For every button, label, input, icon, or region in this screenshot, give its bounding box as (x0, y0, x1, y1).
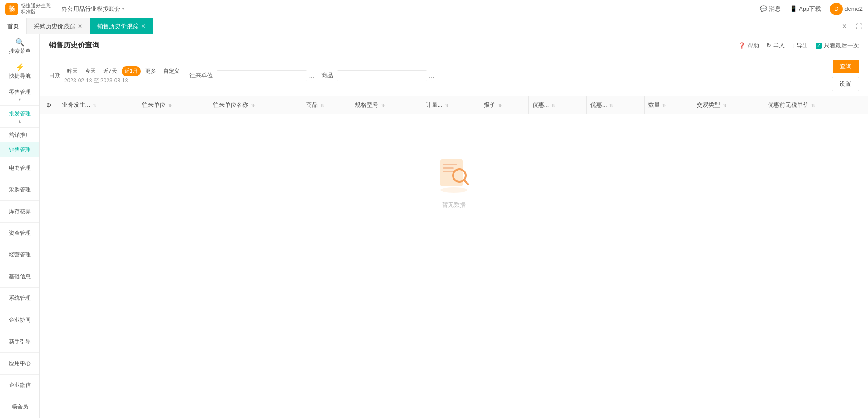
app-download-button[interactable]: 📱 App下载 (790, 5, 821, 13)
content-area: ⚙ 业务发生... ⇅ 往来单位 ⇅ 往来单位名称 ⇅ (40, 96, 868, 418)
unit-input-group: ... (217, 70, 314, 81)
sidebar-item-basic[interactable]: 基础信息 (0, 266, 39, 288)
sidebar-sub-sales[interactable]: 销售管理 (0, 142, 39, 157)
empty-text: 暂无数据 (442, 201, 466, 209)
sidebar-item-enterprise[interactable]: 企业协同 (0, 309, 39, 331)
sort-icon: ⇅ (498, 103, 502, 108)
sidebar-item-ecommerce[interactable]: 电商管理 (0, 157, 39, 179)
sort-icon: ⇅ (445, 103, 448, 108)
table-container: ⚙ 业务发生... ⇅ 往来单位 ⇅ 往来单位名称 ⇅ (40, 96, 868, 418)
table-col-unit-name[interactable]: 往来单位名称 ⇅ (209, 96, 302, 114)
topbar-left: 畅 畅捷通好生意 标准版 办公用品行业模拟账套 ▾ (5, 3, 124, 15)
sort-icon: ⇅ (251, 103, 255, 108)
topbar-right: 💬 消息 📱 App下载 D demo2 (760, 3, 863, 15)
table-col-unit[interactable]: 往来单位 ⇅ (138, 96, 209, 114)
svg-point-7 (455, 171, 460, 176)
workspace-selector[interactable]: 办公用品行业模拟账套 ▾ (61, 5, 124, 13)
search-icon: 🔍 (15, 38, 24, 47)
maximize-button[interactable]: ⛶ (854, 21, 864, 32)
settings-button[interactable]: 设置 (832, 77, 859, 91)
close-tab-sales[interactable]: ✕ (141, 23, 146, 29)
close-all-tabs-button[interactable]: ✕ (839, 21, 850, 32)
sidebar-item-wholesale[interactable]: 批发管理 ▴ (0, 106, 39, 128)
table-col-pretax-price[interactable]: 优惠前无税单价 ⇅ (764, 96, 868, 114)
table-col-settings[interactable]: ⚙ (40, 96, 58, 114)
chevron-up-icon: ▴ (19, 119, 21, 124)
product-picker-button[interactable]: ... (429, 72, 434, 79)
layout: 🔍 搜索菜单 ⚡ 快捷导航 零售管理 ▾ 批发管理 ▴ 营销推广 销售管理 电商… (0, 34, 868, 418)
date-range-display: 2023-02-18 至 2023-03-18 (64, 77, 182, 85)
sort-icon: ⇅ (609, 103, 613, 108)
table-col-qty[interactable]: 数量 ⇅ (644, 96, 693, 114)
close-tab-purchase[interactable]: ✕ (78, 23, 82, 29)
sidebar-item-wechat[interactable]: 企业微信 (0, 375, 39, 396)
date-label: 日期 (49, 71, 61, 80)
date-opt-more[interactable]: 更多 (142, 66, 159, 76)
tabbar-actions: ✕ ⛶ (839, 21, 868, 32)
query-button[interactable]: 查询 (833, 60, 859, 73)
sidebar-item-quick[interactable]: ⚡ 快捷导航 (0, 59, 39, 84)
export-button[interactable]: ↓ 导出 (792, 42, 809, 50)
table-col-trade-type[interactable]: 交易类型 ⇅ (693, 96, 764, 114)
sort-icon: ⇅ (168, 103, 172, 108)
date-options: 昨天 今天 近7天 近1月 更多 自定义 (64, 66, 182, 76)
sidebar-sub-marketing[interactable]: 营销推广 (0, 128, 39, 142)
sidebar-item-retail[interactable]: 零售管理 ▾ (0, 84, 39, 106)
svg-line-6 (464, 180, 468, 185)
sort-icon: ⇅ (321, 103, 324, 108)
table-col-biz-date[interactable]: 业务发生... ⇅ (58, 96, 138, 114)
date-opt-today[interactable]: 今天 (82, 66, 99, 76)
date-opt-1month[interactable]: 近1月 (122, 66, 141, 76)
product-input[interactable] (337, 70, 427, 81)
table-col-discount2[interactable]: 优惠... ⇅ (586, 96, 644, 114)
svg-rect-2 (443, 164, 457, 165)
only-last-checkbox[interactable]: ✓ 只看最后一次 (816, 42, 859, 50)
date-filter-group: 日期 昨天 今天 近7天 近1月 更多 自定义 2023-02-18 至 202… (49, 66, 182, 85)
tabbar: 首页 采购历史价跟踪 ✕ 销售历史价跟踪 ✕ ✕ ⛶ (0, 18, 868, 34)
date-opt-custom[interactable]: 自定义 (160, 66, 182, 76)
unit-picker-button[interactable]: ... (309, 72, 314, 79)
message-button[interactable]: 💬 消息 (760, 5, 781, 13)
sidebar-item-newuser[interactable]: 新手引导 (0, 331, 39, 353)
table-head: ⚙ 业务发生... ⇅ 往来单位 ⇅ 往来单位名称 ⇅ (40, 96, 868, 114)
topbar: 畅 畅捷通好生意 标准版 办公用品行业模拟账套 ▾ 💬 消息 📱 App下载 D… (0, 0, 868, 18)
logo-text: 畅捷通好生意 标准版 (21, 3, 51, 14)
date-opt-7days[interactable]: 近7天 (100, 66, 120, 76)
sort-icon: ⇅ (662, 103, 666, 108)
table-col-unit-measure[interactable]: 计量... ⇅ (422, 96, 480, 114)
sidebar-item-purchase[interactable]: 采购管理 (0, 179, 39, 201)
sidebar-item-system[interactable]: 系统管理 (0, 288, 39, 309)
sidebar-item-operation[interactable]: 经营管理 (0, 244, 39, 266)
table-col-spec[interactable]: 规格型号 ⇅ (351, 96, 422, 114)
main-content: 销售历史价查询 ❓ 帮助 ↻ 导入 ↓ 导出 ✓ 只看最后一次 (40, 34, 868, 418)
table-col-product[interactable]: 商品 ⇅ (302, 96, 351, 114)
tab-home[interactable]: 首页 (0, 18, 27, 34)
sidebar-item-finance[interactable]: 资金管理 (0, 223, 39, 244)
table-col-discount1[interactable]: 优惠... ⇅ (528, 96, 586, 114)
sidebar-item-inventory[interactable]: 库存核算 (0, 201, 39, 223)
import-button[interactable]: ↻ 导入 (766, 42, 785, 50)
table-col-price[interactable]: 报价 ⇅ (480, 96, 528, 114)
sidebar-item-member[interactable]: 畅会员 (0, 396, 39, 418)
sidebar-item-apps[interactable]: 应用中心 (0, 353, 39, 375)
page-header-actions: ❓ 帮助 ↻ 导入 ↓ 导出 ✓ 只看最后一次 (738, 42, 859, 50)
unit-input[interactable] (217, 70, 307, 81)
message-icon: 💬 (760, 5, 767, 12)
sort-icon: ⇅ (723, 103, 726, 108)
sort-icon: ⇅ (93, 103, 96, 108)
svg-point-0 (440, 187, 467, 193)
app-icon: 📱 (790, 5, 797, 12)
sidebar-item-search[interactable]: 🔍 搜索菜单 (0, 34, 39, 59)
chevron-down-icon: ▾ (122, 6, 124, 11)
quick-icon: ⚡ (15, 63, 24, 71)
sidebar: 🔍 搜索菜单 ⚡ 快捷导航 零售管理 ▾ 批发管理 ▴ 营销推广 销售管理 电商… (0, 34, 40, 418)
unit-label: 往来单位 (189, 71, 213, 80)
sort-icon: ⇅ (552, 103, 555, 108)
user-avatar[interactable]: D demo2 (830, 3, 863, 15)
date-opt-yesterday[interactable]: 昨天 (64, 66, 80, 76)
tab-sales[interactable]: 销售历史价跟踪 ✕ (90, 18, 153, 34)
sort-icon: ⇅ (811, 103, 815, 108)
tab-purchase[interactable]: 采购历史价跟踪 ✕ (27, 18, 90, 34)
help-button[interactable]: ❓ 帮助 (738, 42, 759, 50)
checkbox-icon: ✓ (816, 43, 822, 49)
